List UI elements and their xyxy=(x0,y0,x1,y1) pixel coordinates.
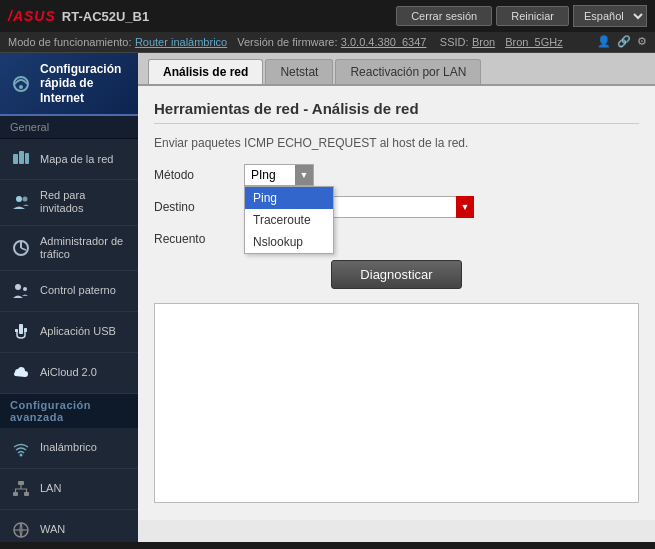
tab-reactivacion[interactable]: Reactivación por LAN xyxy=(335,59,481,84)
ssid-2g[interactable]: Bron xyxy=(472,36,495,48)
lan-icon xyxy=(10,478,32,500)
svg-rect-3 xyxy=(19,151,24,164)
method-dropdown-container: PIng ▼ Ping Traceroute Nslookup xyxy=(244,164,314,186)
sidebar-section-general: General xyxy=(0,116,138,139)
page-title: Herramientas de red - Análisis de red xyxy=(154,100,639,124)
svg-point-8 xyxy=(15,284,21,290)
aicloud-label: AiCloud 2.0 xyxy=(40,366,97,379)
svg-point-5 xyxy=(16,196,22,202)
mode-label: Modo de funcionamiento: xyxy=(8,36,132,48)
svg-rect-4 xyxy=(25,153,29,164)
sidebar-item-quick-setup[interactable]: Configuración rápida de Internet xyxy=(0,53,138,116)
sidebar-item-map[interactable]: Mapa de la red xyxy=(0,139,138,180)
sidebar-item-parental[interactable]: Control paterno xyxy=(0,271,138,312)
svg-point-1 xyxy=(19,85,23,89)
header-buttons: Cerrar sesión Reiniciar Español xyxy=(396,5,647,27)
wan-icon xyxy=(10,519,32,541)
map-label: Mapa de la red xyxy=(40,153,113,166)
sidebar-item-lan[interactable]: LAN xyxy=(0,469,138,510)
network-icon: 🔗 xyxy=(617,35,631,48)
sidebar-item-aicloud[interactable]: AiCloud 2.0 xyxy=(0,353,138,394)
option-traceroute[interactable]: Traceroute xyxy=(245,209,333,231)
traffic-icon xyxy=(10,237,32,259)
ssid-5g[interactable]: Bron_5GHz xyxy=(505,36,562,48)
page-description: Enviar paquetes ICMP ECHO_REQUEST al hos… xyxy=(154,136,639,150)
parental-icon xyxy=(10,280,32,302)
quick-setup-icon xyxy=(10,73,32,95)
sidebar-section-advanced: Configuración avanzada xyxy=(0,394,138,428)
map-icon xyxy=(10,148,32,170)
method-current-value: PIng xyxy=(251,168,276,182)
sidebar-item-wireless[interactable]: Inalámbrico xyxy=(0,428,138,469)
svg-point-9 xyxy=(23,287,27,291)
result-textarea[interactable] xyxy=(154,303,639,503)
quick-setup-label: Configuración rápida de Internet xyxy=(40,62,128,105)
svg-rect-12 xyxy=(24,328,27,332)
guest-label: Red para invitados xyxy=(40,189,128,215)
method-dropdown-menu: Ping Traceroute Nslookup xyxy=(244,186,334,254)
firmware-label: Versión de firmware: xyxy=(237,36,337,48)
usb-label: Aplicación USB xyxy=(40,325,116,338)
general-label: General xyxy=(10,121,49,133)
router-model: RT-AC52U_B1 xyxy=(62,9,149,24)
method-control: PIng ▼ Ping Traceroute Nslookup xyxy=(244,164,639,186)
count-row: Recuento xyxy=(154,228,639,250)
parental-label: Control paterno xyxy=(40,284,116,297)
tab-netstat[interactable]: Netstat xyxy=(265,59,333,84)
ssid-label: SSID: xyxy=(440,36,469,48)
sidebar-item-usb[interactable]: Aplicación USB xyxy=(0,312,138,353)
close-session-button[interactable]: Cerrar sesión xyxy=(396,6,492,26)
sidebar-item-guest[interactable]: Red para invitados xyxy=(0,180,138,225)
option-nslookup[interactable]: Nslookup xyxy=(245,231,333,253)
count-label: Recuento xyxy=(154,232,244,246)
svg-rect-11 xyxy=(15,329,18,332)
usb-icon xyxy=(10,321,32,343)
reboot-button[interactable]: Reiniciar xyxy=(496,6,569,26)
method-field[interactable]: PIng ▼ xyxy=(244,164,314,186)
svg-rect-10 xyxy=(19,324,23,334)
sidebar-item-traffic[interactable]: Administrador de tráfico xyxy=(0,226,138,271)
svg-rect-15 xyxy=(13,492,18,496)
main-layout: Configuración rápida de Internet General… xyxy=(0,53,655,542)
destination-label: Destino xyxy=(154,200,244,214)
wireless-icon xyxy=(10,437,32,459)
diagnose-button[interactable]: Diagnosticar xyxy=(331,260,461,289)
page-content-area: Herramientas de red - Análisis de red En… xyxy=(138,86,655,520)
destination-row: Destino ▼ xyxy=(154,196,639,218)
svg-point-13 xyxy=(20,453,23,456)
method-dropdown-btn[interactable]: ▼ xyxy=(295,165,313,185)
lan-label: LAN xyxy=(40,482,61,495)
advanced-label: Configuración avanzada xyxy=(10,399,91,423)
wan-label: WAN xyxy=(40,523,65,536)
traffic-label: Administrador de tráfico xyxy=(40,235,128,261)
tabs: Análisis de red Netstat Reactivación por… xyxy=(138,53,655,86)
wireless-label: Inalámbrico xyxy=(40,441,97,454)
language-select[interactable]: Español xyxy=(573,5,647,27)
logo-area: /ASUS RT-AC52U_B1 xyxy=(8,8,149,24)
svg-rect-2 xyxy=(13,154,18,164)
aicloud-icon xyxy=(10,362,32,384)
destination-dropdown-btn[interactable]: ▼ xyxy=(456,196,474,218)
sidebar: Configuración rápida de Internet General… xyxy=(0,53,138,542)
svg-point-6 xyxy=(23,197,28,202)
guest-icon xyxy=(10,191,32,213)
user-icon: 👤 xyxy=(597,35,611,48)
mode-value[interactable]: Router inalámbrico xyxy=(135,36,227,48)
status-icons: 👤 🔗 ⚙ xyxy=(597,35,647,48)
method-row: Método PIng ▼ Ping Traceroute Nslookup xyxy=(154,164,639,186)
settings-icon: ⚙ xyxy=(637,35,647,48)
firmware-value[interactable]: 3.0.0.4.380_6347 xyxy=(341,36,427,48)
option-ping-selected[interactable]: Ping xyxy=(245,187,333,209)
svg-rect-16 xyxy=(24,492,29,496)
svg-rect-14 xyxy=(18,481,24,485)
method-label: Método xyxy=(154,168,244,182)
content-area: Análisis de red Netstat Reactivación por… xyxy=(138,53,655,542)
header: /ASUS RT-AC52U_B1 Cerrar sesión Reinicia… xyxy=(0,0,655,32)
status-bar: Modo de funcionamiento: Router inalámbri… xyxy=(0,32,655,53)
asus-logo: /ASUS xyxy=(8,8,56,24)
tab-analisis[interactable]: Análisis de red xyxy=(148,59,263,84)
sidebar-item-wan[interactable]: WAN xyxy=(0,510,138,542)
